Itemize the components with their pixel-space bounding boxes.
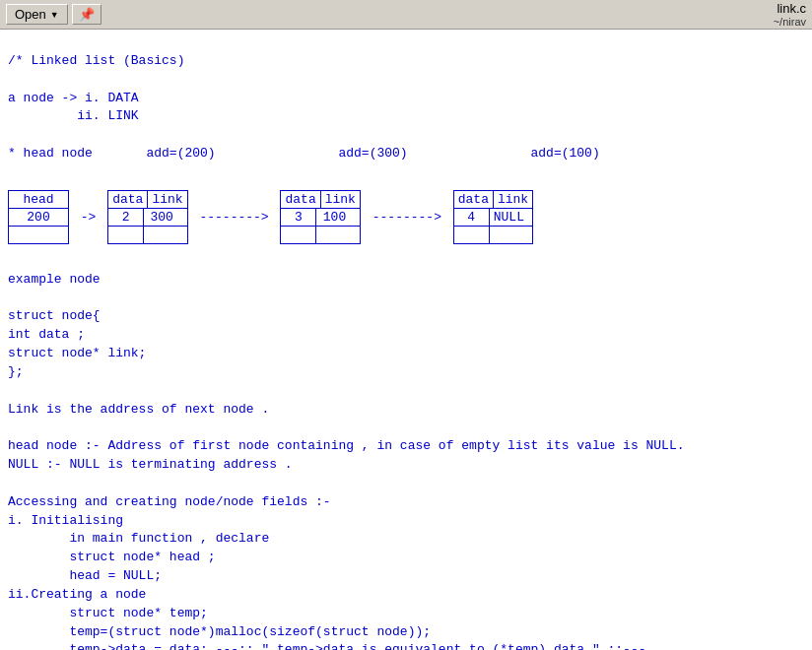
code-block-2: example node struct node{ int data ; str…: [8, 271, 804, 650]
node4-empty1: [454, 227, 490, 243]
node4-link-val: NULL: [490, 209, 528, 226]
node2-data-val: 2: [108, 209, 144, 226]
node2-empty2: [144, 227, 179, 243]
filename: link.c: [774, 1, 806, 16]
node4-row3: [454, 227, 532, 243]
code-block: /* Linked list (Basics) a node -> i. DAT…: [8, 52, 804, 163]
title-bar: Open ▼ 📌 link.c ~/nirav: [0, 0, 812, 30]
filepath: ~/nirav: [774, 16, 806, 28]
open-dropdown-arrow: ▼: [50, 10, 59, 20]
diagram-row: head 200 -> data link 2 300: [8, 190, 804, 244]
pin-button[interactable]: 📌: [72, 4, 102, 25]
node1-row3: [9, 227, 68, 243]
node3-empty2: [316, 227, 352, 243]
node3-link-header: link: [321, 191, 360, 208]
node4-data-header: data: [454, 191, 494, 208]
code-area-2: example node struct node{ int data ; str…: [0, 248, 812, 650]
title-bar-left: Open ▼ 📌: [6, 4, 102, 25]
open-button[interactable]: Open ▼: [6, 4, 68, 25]
node3-empty1: [281, 227, 316, 243]
node3: data link 3 100: [280, 190, 360, 244]
node2-empty1: [108, 227, 144, 243]
node2-row3: [108, 227, 186, 243]
title-bar-right: link.c ~/nirav: [774, 1, 806, 28]
node3-row1: data link: [281, 191, 359, 209]
arrow1: ->: [69, 208, 107, 227]
node4-row1: data link: [454, 191, 532, 209]
dashes1: -------->: [188, 208, 281, 227]
node2-link-header: link: [148, 191, 186, 208]
node4-empty2: [490, 227, 525, 243]
node3-data-header: data: [281, 191, 320, 208]
node2-data-header: data: [108, 191, 148, 208]
node1-200-label: 200: [9, 209, 68, 226]
node4: data link 4 NULL: [453, 190, 533, 244]
node1-head-label: head: [9, 191, 68, 208]
node4-data-val: 4: [454, 209, 490, 226]
pin-icon: 📌: [79, 7, 95, 22]
node2-row2: 2 300: [108, 209, 186, 227]
dashes2: -------->: [361, 208, 453, 227]
node1-row2: 200: [9, 209, 68, 227]
node3-link-val: 100: [316, 209, 352, 226]
node1-empty: [9, 227, 68, 243]
node3-data-val: 3: [281, 209, 316, 226]
node3-row2: 3 100: [281, 209, 359, 227]
node3-row3: [281, 227, 359, 243]
node4-row2: 4 NULL: [454, 209, 532, 227]
code-area: /* Linked list (Basics) a node -> i. DAT…: [0, 30, 812, 186]
node2-link-val: 300: [144, 209, 179, 226]
open-label: Open: [15, 7, 46, 22]
diagram-section: head 200 -> data link 2 300: [0, 186, 812, 248]
node2: data link 2 300: [107, 190, 187, 244]
node1-row1: head: [9, 191, 68, 209]
node2-row1: data link: [108, 191, 186, 209]
node1: head 200: [8, 190, 69, 244]
node4-link-header: link: [494, 191, 532, 208]
